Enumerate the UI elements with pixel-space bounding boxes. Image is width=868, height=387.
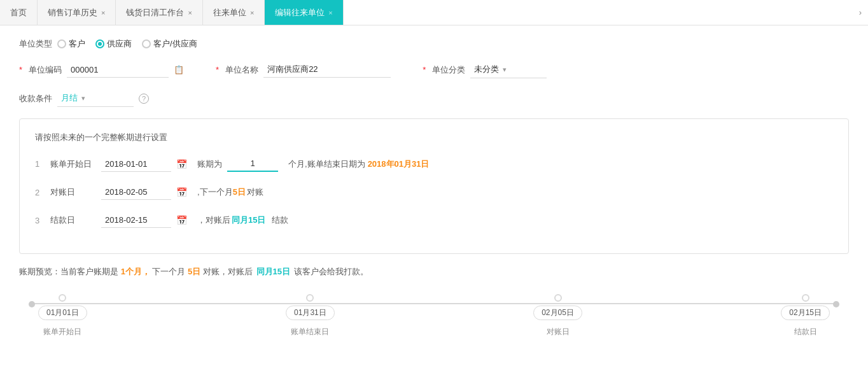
tab-edit-contact[interactable]: 编辑往来单位× <box>265 0 343 25</box>
timeline-right-dot <box>833 301 839 307</box>
category-dropdown-icon: ▾ <box>503 66 507 74</box>
tab-label: 往来单位 <box>213 7 246 18</box>
timeline-label-3: 结款日 <box>794 327 817 337</box>
tab-sales-history[interactable]: 销售订单历史× <box>38 0 116 25</box>
timeline-label-2: 对账日 <box>547 327 570 337</box>
unit-type-label: 单位类型 <box>19 38 52 50</box>
tab-contacts[interactable]: 往来单位× <box>203 0 265 25</box>
timeline-label-0: 账单开始日 <box>43 327 81 337</box>
unit-code-label: 单位编码 <box>29 64 62 76</box>
period-month-input[interactable] <box>227 156 278 172</box>
required-star-name: * <box>216 65 219 74</box>
tab-cash-workbench[interactable]: 钱货日清工作台× <box>116 0 202 25</box>
unit-name-label: 单位名称 <box>225 64 258 76</box>
preview-month: 1个月， <box>121 267 150 276</box>
timeline-date-badge-2: 02月05日 <box>533 306 582 320</box>
radio-label-supplier: 供应商 <box>107 38 132 50</box>
period-row-2: 2 对账日 📅 ,下一个月 5日 对账 <box>35 185 833 200</box>
timeline-item-2: 02月05日 对账日 <box>533 294 582 337</box>
timeline-dot-2 <box>554 294 562 302</box>
tab-close-edit-contact[interactable]: × <box>328 9 332 17</box>
period-cal-icon-1[interactable]: 📅 <box>176 159 187 169</box>
unit-code-group: * 单位编码 📋 <box>19 62 184 78</box>
tab-close-contacts[interactable]: × <box>250 9 254 17</box>
tab-more-button[interactable]: › <box>853 0 868 25</box>
tab-home[interactable]: 首页 <box>0 0 38 25</box>
payment-terms-select[interactable]: 月结 ▾ <box>57 90 134 107</box>
period-row-3: 3 结款日 📅 ，对账后 同月15日 结款 <box>35 213 833 228</box>
help-icon[interactable]: ? <box>139 94 149 104</box>
unit-category-group: * 单位分类 未分类 ▾ <box>423 61 547 78</box>
tab-label: 首页 <box>10 7 27 18</box>
timeline-dot-1 <box>306 294 314 302</box>
payment-terms-row: 收款条件 月结 ▾ ? <box>19 90 849 107</box>
unit-type-group: 单位类型 客户 供应商 客户/供应商 <box>19 38 197 50</box>
radio-group: 客户 供应商 客户/供应商 <box>57 38 197 50</box>
period-cal-icon-2[interactable]: 📅 <box>176 187 187 197</box>
period-cal-icon-3[interactable]: 📅 <box>176 215 187 225</box>
radio-both[interactable]: 客户/供应商 <box>142 38 197 50</box>
timeline-dot-3 <box>802 294 809 302</box>
tab-close-cash-workbench[interactable]: × <box>188 9 192 17</box>
period-row2-prefix: ,下一个月 <box>197 186 233 198</box>
period-row2-suffix: 对账 <box>247 186 263 198</box>
tab-close-sales-history[interactable]: × <box>101 9 105 17</box>
period-month-suffix: 个月,账单结束日期为 <box>288 158 365 170</box>
timeline-left-dot <box>29 301 35 307</box>
timeline-label-1: 账单结束日 <box>291 327 329 337</box>
unit-code-input[interactable] <box>67 62 169 78</box>
period-field-label-1: 账单开始日 <box>50 158 101 170</box>
payment-terms-arrow: ▾ <box>81 94 85 102</box>
unit-name-group: * 单位名称 <box>216 62 391 78</box>
payment-terms-label: 收款条件 <box>19 93 52 104</box>
timeline-date-badge-0: 01月01日 <box>38 306 87 320</box>
unit-name-input[interactable] <box>263 62 391 78</box>
period-row-1: 1 账单开始日 📅 账期为 个月,账单结束日期为 2018年01月31日 <box>35 156 833 172</box>
period-title: 请按照未来的一个完整帐期进行设置 <box>35 132 833 143</box>
preview-reconcile-day: 5日 <box>188 267 200 276</box>
timeline-date-badge-3: 02月15日 <box>781 306 830 320</box>
unit-category-label: 单位分类 <box>432 64 465 76</box>
preview-reconcile-suffix: 对账，对账后 <box>203 267 253 276</box>
tab-bar: 首页销售订单历史×钱货日清工作台×往来单位×编辑往来单位×› <box>0 0 868 25</box>
timeline-item-0: 01月01日 账单开始日 <box>38 294 87 337</box>
payment-terms-value: 月结 <box>61 92 78 104</box>
doc-icon[interactable]: 📋 <box>174 65 184 74</box>
timeline-items: 01月01日 账单开始日 01月31日 账单结束日 02月05日 对账日 02月… <box>38 294 830 337</box>
timeline-wrapper: 01月01日 账单开始日 01月31日 账单结束日 02月05日 对账日 02月… <box>19 294 849 337</box>
period-row2-highlight: 5日 <box>233 186 246 198</box>
period-num-2: 2 <box>35 188 50 197</box>
period-suffix-1: 账期为 <box>197 158 222 170</box>
timeline-item-1: 01月31日 账单结束日 <box>286 294 335 337</box>
unit-category-value: 未分类 <box>474 64 499 75</box>
unit-type-row: 单位类型 客户 供应商 客户/供应商 <box>19 38 849 50</box>
period-num-1: 1 <box>35 159 50 169</box>
radio-circle-supplier <box>95 39 104 48</box>
period-row3-prefix: ，对账后 <box>197 215 230 226</box>
unit-info-row: * 单位编码 📋 * 单位名称 * 单位分类 未分类 ▾ <box>19 61 849 78</box>
preview-row: 账期预览：当前客户账期是 1个月， 下一个月 5日 对账，对账后 同月15日 该… <box>19 264 849 279</box>
required-star-code: * <box>19 65 22 74</box>
period-row3-highlight: 同月15日 <box>232 215 265 226</box>
radio-circle-both <box>142 39 151 48</box>
period-date-input-1[interactable] <box>101 157 171 172</box>
timeline-date-badge-1: 01月31日 <box>286 306 335 320</box>
tab-label: 钱货日清工作台 <box>126 7 184 18</box>
period-field-label-2: 对账日 <box>50 186 101 198</box>
payment-terms-group: 收款条件 月结 ▾ ? <box>19 90 149 107</box>
preview-end: 该客户会给我打款。 <box>294 267 368 276</box>
main-content: 单位类型 客户 供应商 客户/供应商 * 单位编码 <box>0 25 868 387</box>
timeline-dot-0 <box>59 294 66 302</box>
period-date-input-2[interactable] <box>101 185 171 200</box>
period-date-input-3[interactable] <box>101 213 171 228</box>
period-box: 请按照未来的一个完整帐期进行设置 1 账单开始日 📅 账期为 个月,账单结束日期… <box>19 118 849 254</box>
period-num-3: 3 <box>35 216 50 225</box>
tab-label: 销售订单历史 <box>48 7 97 18</box>
unit-category-select[interactable]: 未分类 ▾ <box>470 61 547 78</box>
radio-customer[interactable]: 客户 <box>57 38 85 50</box>
radio-label-both: 客户/供应商 <box>153 38 197 50</box>
preview-label: 账期预览：当前客户账期是 <box>19 267 118 276</box>
radio-supplier[interactable]: 供应商 <box>95 38 132 50</box>
timeline-item-3: 02月15日 结款日 <box>781 294 830 337</box>
radio-circle-customer <box>57 39 66 48</box>
